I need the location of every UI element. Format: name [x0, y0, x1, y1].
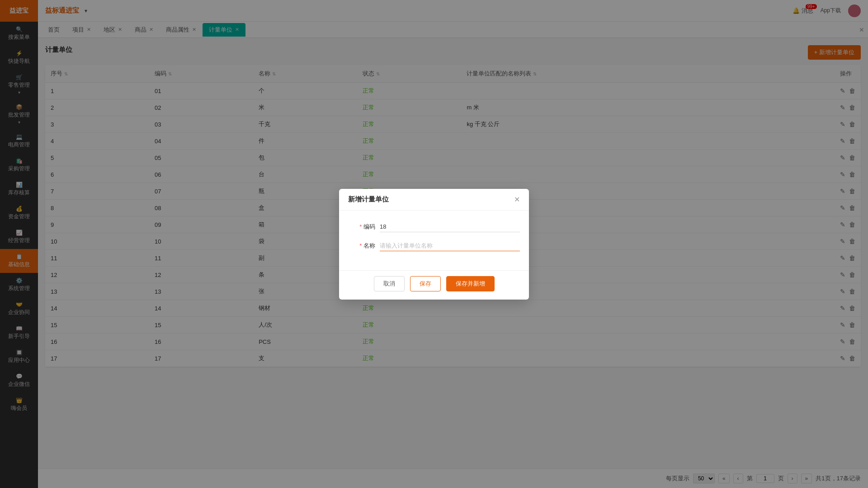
save-button[interactable]: 保存: [410, 276, 441, 291]
save-and-new-button[interactable]: 保存并新增: [446, 276, 495, 291]
required-mark: *: [359, 223, 362, 230]
form-row-name: * 名称: [348, 240, 520, 251]
name-input[interactable]: [380, 240, 520, 251]
code-field-label: * 编码: [348, 223, 380, 231]
modal-title: 新增计量单位: [348, 195, 389, 204]
modal-close-button[interactable]: ✕: [514, 195, 520, 204]
modal-overlay: 新增计量单位 ✕ * 编码 * 名称 取消 保存 保存并新增: [0, 0, 868, 488]
code-input[interactable]: [380, 221, 520, 232]
add-unit-modal: 新增计量单位 ✕ * 编码 * 名称 取消 保存 保存并新增: [339, 189, 529, 300]
cancel-button[interactable]: 取消: [374, 276, 405, 291]
name-field-label: * 名称: [348, 242, 380, 250]
form-row-code: * 编码: [348, 221, 520, 232]
modal-footer: 取消 保存 保存并新增: [339, 270, 529, 300]
modal-body: * 编码 * 名称: [339, 211, 529, 270]
required-mark2: *: [359, 242, 362, 249]
modal-header: 新增计量单位 ✕: [339, 189, 529, 211]
